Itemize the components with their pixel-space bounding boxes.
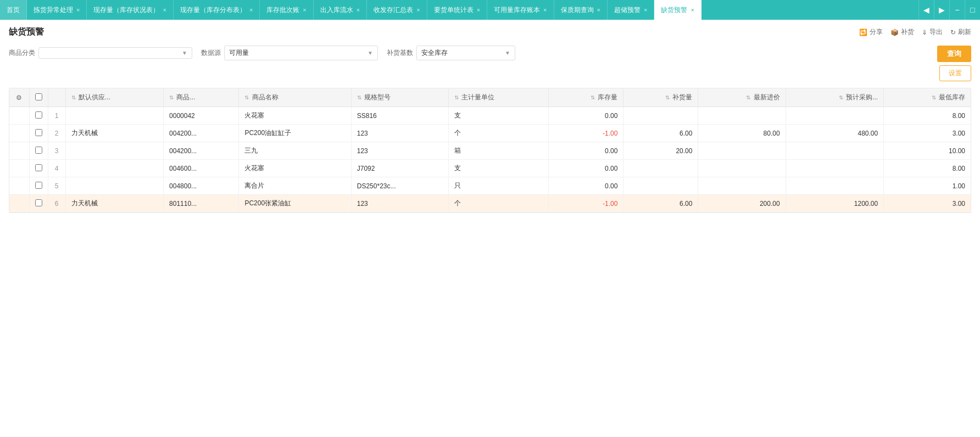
row-checkbox-0[interactable] [35,111,42,119]
row-replenish-2: 20.00 [623,142,698,160]
nav-tab-inventory-status[interactable]: 现存量（库存状况表）× [87,0,173,20]
th-min-stock[interactable]: ⇅ 最低库存 [884,88,971,107]
refresh-button[interactable]: ↻ 刷新 [950,27,971,37]
replenish-basis-filter-group: 补货基数 安全库存 ▼ [387,46,515,60]
nav-tab-close-inventory-status[interactable]: × [163,7,166,13]
row-num-0: 1 [48,107,65,125]
th-rownum [48,88,65,107]
row-latest-price-2 [698,142,786,160]
nav-tab-inventory-dist[interactable]: 现存量（库存分布表）× [174,0,260,20]
row-checkbox-cell[interactable] [29,107,48,125]
row-latest-price-5: 200.00 [698,195,786,212]
nav-tab-shortage-warning[interactable]: 缺货预警× [654,0,701,20]
row-min-stock-4: 1.00 [884,177,971,195]
query-button[interactable]: 查询 [937,46,971,62]
th-supplier[interactable]: ⇅ 默认供应... [65,88,164,107]
row-checkbox-5[interactable] [35,199,42,206]
row-supplier-5: 力天机械 [65,195,164,212]
row-sku-0: 0000042 [164,107,239,125]
th-spec[interactable]: ⇅ 规格型号 [351,88,448,107]
th-est-purchase[interactable]: ⇅ 预计采购... [786,88,884,107]
row-checkbox-cell[interactable] [29,142,48,160]
nav-tab-overstock-warning[interactable]: 超储预警× [608,0,654,20]
replenish-basis-label: 补货基数 [387,48,413,58]
nav-tab-label-available-ledger: 可用量库存账本 [494,5,540,15]
export-button[interactable]: ⇓ 导出 [922,27,943,37]
nav-tab-home[interactable]: 首页 [0,0,27,20]
nav-tab-close-batch-account[interactable]: × [303,7,306,13]
row-stock-1: -1.00 [549,125,623,142]
row-stock-4: 0.00 [549,177,623,195]
nav-tab-label-home: 首页 [7,5,20,15]
nav-maximize-button[interactable]: □ [965,0,980,20]
datasource-chevron-icon: ▼ [368,50,373,56]
nav-tab-exception[interactable]: 拣货异常处理× [27,0,87,20]
select-all-checkbox[interactable] [35,93,42,100]
nav-tab-close-exception[interactable]: × [76,7,80,13]
row-checkbox-cell[interactable] [29,160,48,177]
row-sku-4: 004800... [164,177,239,195]
row-name-5: PC200张紧油缸 [239,195,351,212]
row-stock-5: -1.00 [549,195,623,212]
row-checkbox-4[interactable] [35,182,42,189]
nav-tab-close-overstock-warning[interactable]: × [644,7,647,13]
row-checkbox-cell[interactable] [29,195,48,212]
nav-tab-batch-account[interactable]: 库存批次账× [260,0,313,20]
nav-tab-close-available-ledger[interactable]: × [543,7,547,13]
replenish-basis-select[interactable]: 安全库存 ▼ [416,46,515,60]
row-latest-price-4 [698,177,786,195]
row-sku-3: 004600... [164,160,239,177]
th-checkbox [29,88,48,107]
nav-tab-expiry-query[interactable]: 保质期查询× [554,0,608,20]
nav-tab-requisition-stat[interactable]: 要货单统计表× [427,0,487,20]
th-latest-price[interactable]: ⇅ 最新进价 [698,88,786,107]
nav-tab-label-collect-summary: 收发存汇总表 [374,5,413,15]
th-name[interactable]: ⇅ 商品名称 [239,88,351,107]
th-stock[interactable]: ⇅ 库存量 [549,88,623,107]
row-sku-2: 004200... [164,142,239,160]
row-checkbox-cell[interactable] [29,125,48,142]
row-settings-cell [9,142,29,160]
row-checkbox-2[interactable] [35,147,42,154]
supplier-sort-icon: ⇅ [71,94,76,100]
table-row: 3 004200... 三九 123 箱 0.00 20.00 10.00 [9,142,971,160]
datasource-select[interactable]: 可用量 ▼ [224,46,378,60]
nav-next-button[interactable]: ▶ [934,0,949,20]
min-stock-sort-icon: ⇅ [932,94,936,100]
stock-sort-icon: ⇅ [591,94,595,100]
nav-tab-close-shortage-warning[interactable]: × [691,7,694,13]
settings-button[interactable]: 设置 [939,65,971,81]
replenish-button[interactable]: 📦 补货 [890,27,914,37]
nav-prev-button[interactable]: ◀ [918,0,934,20]
row-checkbox-3[interactable] [35,164,42,171]
nav-tab-close-inout-flow[interactable]: × [357,7,360,13]
table-row: 1 0000042 火花塞 SS816 支 0.00 8.00 [9,107,971,125]
row-supplier-2 [65,142,164,160]
table-row: 5 004800... 离合片 DS250*23c... 只 0.00 1.00 [9,177,971,195]
data-table-wrapper: ⚙ ⇅ 默认供应... ⇅ 商品... ⇅ 商品名称 [9,88,971,213]
th-unit[interactable]: ⇅ 主计量单位 [449,88,549,107]
category-select[interactable]: ▼ [38,47,192,59]
nav-tab-close-inventory-dist[interactable]: × [249,7,253,13]
refresh-icon: ↻ [950,29,956,36]
th-replenish-label: 补货量 [672,93,692,101]
row-sku-5: 801110... [164,195,239,212]
share-button[interactable]: 🔁 分享 [859,27,883,37]
nav-tab-inout-flow[interactable]: 出入库流水× [314,0,367,20]
row-supplier-1: 力天机械 [65,125,164,142]
nav-tab-label-batch-account: 库存批次账 [266,5,299,15]
nav-tab-collect-summary[interactable]: 收发存汇总表× [367,0,427,20]
nav-tab-close-expiry-query[interactable]: × [597,7,600,13]
row-checkbox-cell[interactable] [29,177,48,195]
th-replenish[interactable]: ⇅ 补货量 [623,88,698,107]
nav-minimize-button[interactable]: − [949,0,965,20]
row-checkbox-1[interactable] [35,129,42,136]
row-est-purchase-0 [786,107,884,125]
nav-tab-close-collect-summary[interactable]: × [416,7,420,13]
nav-tab-close-requisition-stat[interactable]: × [477,7,480,13]
nav-tab-available-ledger[interactable]: 可用量库存账本× [487,0,554,20]
sku-sort-icon: ⇅ [169,94,174,100]
spec-sort-icon: ⇅ [357,94,361,100]
th-settings[interactable]: ⚙ [9,88,29,107]
th-sku[interactable]: ⇅ 商品... [164,88,239,107]
